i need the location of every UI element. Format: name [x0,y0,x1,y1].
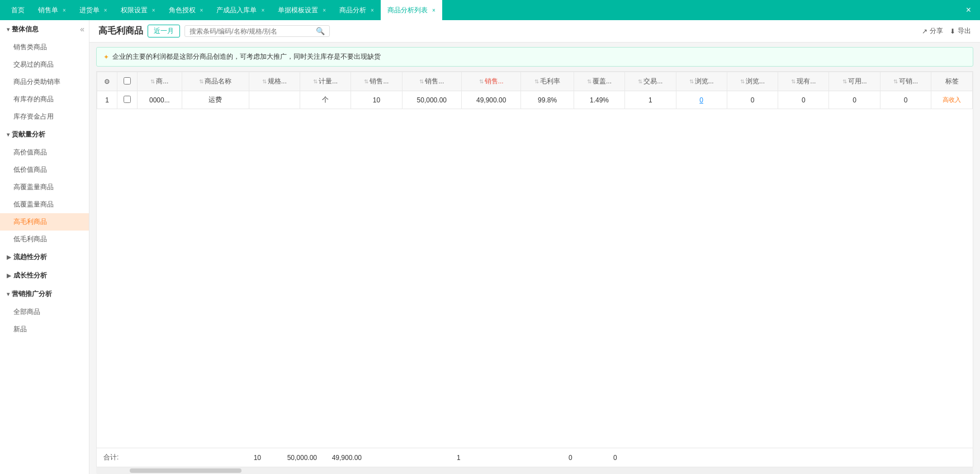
sidebar-group-marketing[interactable]: ▾ 营销推广分析 [0,285,89,303]
sidebar-item-low-value[interactable]: 低价值商品 [0,161,89,179]
sidebar: « ▾ 整体信息 销售类商品 交易过的商品 商品分类助销率 有库存的商品 库存资… [0,20,89,474]
header-actions: ↗ 分享 ⬇ 导出 [922,26,971,36]
col-spec[interactable]: ⇅规格... [249,72,300,91]
sidebar-item-new-goods[interactable]: 新品 [0,321,89,338]
scrollbar-thumb[interactable] [130,468,242,473]
close-icon[interactable]: × [152,7,155,13]
col-current-stock[interactable]: ⇅现有... [778,72,829,91]
col-sales1[interactable]: ⇅销售... [351,72,402,91]
sidebar-group-overview[interactable]: ▾ 整体信息 [0,20,89,39]
export-button[interactable]: ⬇ 导出 [950,26,971,36]
horizontal-scrollbar[interactable] [96,467,973,474]
content-header: 高毛利商品 近一月 🔍 ↗ 分享 ⬇ 导出 [89,20,980,43]
cell-checkbox [117,91,138,109]
sidebar-group-growth[interactable]: ▶ 成长性分析 [0,266,89,285]
col-coverage[interactable]: ⇅覆盖... [574,72,624,91]
nav-tab-product[interactable]: 产成品入库单 × [210,0,271,20]
col-settings[interactable]: ⚙ [97,72,117,91]
table-header-row: ⚙ ⇅商... ⇅商品名称 ⇅规格... ⇅计量... ⇅销售... ⇅销售..… [97,72,973,91]
search-input-wrap: 🔍 [184,25,330,37]
sidebar-item-high-margin[interactable]: 高毛利商品 [0,213,89,231]
chevron-right-icon: ▶ [7,273,11,279]
top-nav: 首页 销售单 × 进货单 × 权限设置 × 角色授权 × 产成品入库单 × 单据… [0,0,980,20]
nav-tab-purchase[interactable]: 进货单 × [73,0,114,20]
col-sales3[interactable]: ⇅销售... [461,72,520,91]
col-unit[interactable]: ⇅计量... [300,72,351,91]
page-title: 高毛利商品 [98,25,143,37]
sidebar-item-low-margin[interactable]: 低毛利商品 [0,231,89,248]
data-table-wrap: ⚙ ⇅商... ⇅商品名称 ⇅规格... ⇅计量... ⇅销售... ⇅销售..… [96,71,973,448]
nav-tab-sales[interactable]: 销售单 × [31,0,73,20]
sidebar-item-traded-goods[interactable]: 交易过的商品 [0,56,89,73]
col-gross-rate[interactable]: ⇅毛利率 [521,72,574,91]
col-checkbox [117,72,138,91]
cell-sales1: 10 [351,91,402,109]
footer-sales1: 10 [235,454,280,462]
cell-code[interactable]: 0000... [138,91,182,109]
col-tag: 标签 [931,72,973,91]
time-filter-button[interactable]: 近一月 [148,25,180,37]
cell-sales2: 50,000.00 [402,91,461,109]
sidebar-item-in-stock[interactable]: 有库存的商品 [0,91,89,108]
share-button[interactable]: ↗ 分享 [922,26,943,36]
export-icon: ⬇ [950,27,955,35]
close-icon[interactable]: × [63,7,66,13]
col-transaction[interactable]: ⇅交易... [625,72,676,91]
col-name[interactable]: ⇅商品名称 [182,72,249,91]
col-code[interactable]: ⇅商... [138,72,182,91]
close-icon[interactable]: × [323,7,326,13]
chevron-down-icon: ▾ [7,26,10,32]
sidebar-item-high-value[interactable]: 高价值商品 [0,144,89,161]
col-sales2[interactable]: ⇅销售... [402,72,461,91]
close-icon[interactable]: × [261,7,264,13]
sidebar-item-stock-funds[interactable]: 库存资金占用 [0,108,89,125]
nav-tab-analysis-list[interactable]: 商品分析列表 × [381,0,442,20]
nav-tab-analysis[interactable]: 商品分析 × [333,0,381,20]
cell-saleable: 0 [880,91,931,109]
close-icon[interactable]: × [200,7,203,13]
table-row: 1 0000... 运费 个 10 50,000.00 49,900.00 99… [97,91,973,109]
cell-browse2: 0 [727,91,778,109]
col-available[interactable]: ⇅可用... [829,72,880,91]
chevron-down-icon: ▾ [7,132,10,138]
browse-link[interactable]: 0 [699,96,703,104]
chevron-down-icon: ▾ [7,291,10,297]
footer-transaction: 1 [436,454,481,462]
sidebar-item-high-coverage[interactable]: 高覆盖量商品 [0,179,89,196]
footer-sales2: 50,000.00 [280,454,324,462]
search-input[interactable] [190,27,316,35]
sidebar-item-low-coverage[interactable]: 低覆盖量商品 [0,196,89,213]
cell-unit: 个 [300,91,351,109]
sidebar-item-category-rate[interactable]: 商品分类助销率 [0,73,89,91]
nav-tab-role[interactable]: 角色授权 × [162,0,210,20]
footer-current-stock: 0 [548,454,593,462]
sidebar-group-contribution[interactable]: ▾ 贡献量分析 [0,125,89,144]
cell-transaction: 1 [625,91,676,109]
close-icon[interactable]: × [432,7,435,13]
table-footer: 合计: 10 50,000.00 49,900.00 1 0 0 [96,448,973,467]
sidebar-item-sales-goods[interactable]: 销售类商品 [0,39,89,56]
select-all-checkbox[interactable] [124,77,131,85]
nav-tab-home[interactable]: 首页 [4,0,31,20]
sidebar-item-all-goods[interactable]: 全部商品 [0,303,89,321]
sidebar-collapse-button[interactable]: « [80,25,84,34]
col-browse1[interactable]: ⇅浏览... [676,72,727,91]
row-checkbox[interactable] [124,96,131,103]
info-icon: ✦ [103,53,109,61]
search-icon: 🔍 [316,27,325,35]
cell-sales3: 49,900.00 [461,91,520,109]
col-browse2[interactable]: ⇅浏览... [727,72,778,91]
cell-spec [249,91,300,109]
close-icon[interactable]: × [104,7,107,13]
cell-current-stock: 0 [778,91,829,109]
cell-browse1[interactable]: 0 [676,91,727,109]
sidebar-group-trend[interactable]: ▶ 流趋性分析 [0,248,89,266]
chevron-right-icon: ▶ [7,254,11,260]
close-all-button[interactable]: × [962,5,976,15]
nav-tab-permissions[interactable]: 权限设置 × [114,0,162,20]
col-saleable[interactable]: ⇅可销... [880,72,931,91]
nav-tab-template[interactable]: 单据模板设置 × [271,0,333,20]
cell-available: 0 [829,91,880,109]
close-icon[interactable]: × [371,7,374,13]
footer-sales3: 49,900.00 [324,454,369,462]
